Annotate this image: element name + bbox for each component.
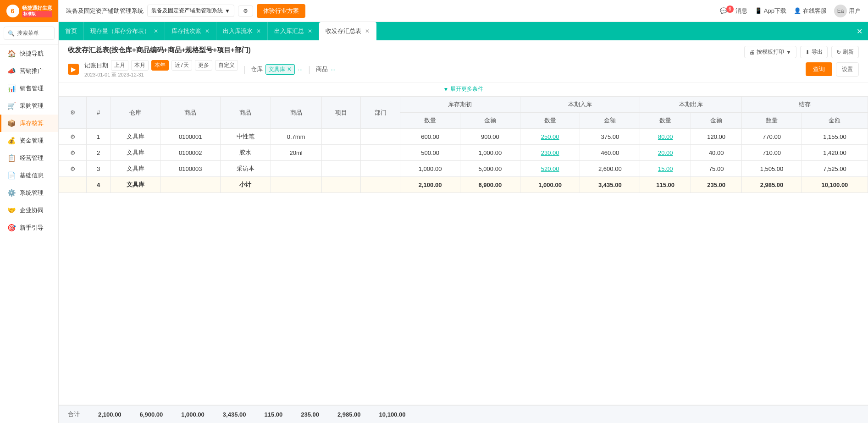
- row-out-qty-link[interactable]: 20.00: [658, 149, 673, 156]
- sidebar-item-newbie[interactable]: 🎯 新手引导: [0, 219, 58, 236]
- row-project: [321, 161, 361, 177]
- row-balance-amt: 10,100.00: [802, 177, 868, 193]
- tab-batch-ledger[interactable]: 库存批次账 ✕: [165, 22, 216, 40]
- system-selector[interactable]: 装备及固定资产辅助管理系统 ▼: [147, 5, 234, 17]
- row-out-qty[interactable]: 80.00: [640, 129, 691, 145]
- date-btn-last-month[interactable]: 上月: [111, 60, 128, 71]
- expand-more-bar: ▼ 展开更多条件: [59, 82, 868, 96]
- tab-close-batch-ledger[interactable]: ✕: [205, 28, 210, 34]
- date-btn-custom[interactable]: 自定义: [215, 60, 238, 71]
- sidebar-item-enterprise[interactable]: 🤝 企业协同: [0, 202, 58, 219]
- row-num: 2: [87, 145, 111, 161]
- row-warehouse: 文具库: [110, 129, 160, 145]
- filter-toggle-btn[interactable]: ▶: [68, 64, 79, 75]
- row-in-qty[interactable]: 250.00: [520, 129, 580, 145]
- sidebar-item-basic-info[interactable]: 📄 基础信息: [0, 167, 58, 184]
- table-settings-btn[interactable]: 设置: [836, 62, 859, 77]
- user-area[interactable]: Ea 用户: [834, 5, 861, 17]
- sidebar-item-sales[interactable]: 📊 销售管理: [0, 80, 58, 97]
- notification-area[interactable]: 💬 6 消息: [720, 7, 747, 15]
- row-project: [321, 129, 361, 145]
- date-btn-more[interactable]: 更多: [195, 60, 212, 71]
- tab-close-in-out-summary[interactable]: ✕: [308, 28, 312, 34]
- data-table-container: ⚙ # 仓库 商品 商品 商品 项目 部门 库存期初 本期入库 本期出库 结存: [59, 96, 868, 405]
- row-warehouse: 文具库: [110, 145, 160, 161]
- tab-home[interactable]: 首页: [59, 22, 84, 40]
- tab-recv-send-summary[interactable]: 收发存汇总表 ✕: [319, 22, 376, 40]
- row-in-qty-link[interactable]: 230.00: [541, 149, 559, 156]
- row-out-qty[interactable]: 20.00: [640, 145, 691, 161]
- table-row: ⚙2文具库0100002胶水20ml500.001,000.00230.0046…: [59, 145, 868, 161]
- row-gear-cell[interactable]: ⚙: [59, 129, 87, 145]
- tab-close-inventory-dist[interactable]: ✕: [154, 28, 158, 34]
- tab-close-in-out-flow[interactable]: ✕: [256, 28, 261, 34]
- try-industry-btn[interactable]: 体验行业方案: [257, 4, 305, 18]
- sidebar-item-purchase[interactable]: 🛒 采购管理: [0, 97, 58, 115]
- sidebar-item-marketing[interactable]: 📣 营销推广: [0, 62, 58, 80]
- user-avatar: Ea: [834, 5, 847, 17]
- row-in-qty[interactable]: 520.00: [520, 161, 580, 177]
- warehouse-tag: 文具库 ✕: [265, 64, 295, 75]
- search-menu-button[interactable]: 🔍 搜索菜单: [4, 27, 55, 40]
- print-btn[interactable]: 🖨 按模板打印 ▼: [744, 46, 796, 58]
- operations-icon: 📋: [7, 154, 16, 162]
- page-right-actions: 🖨 按模板打印 ▼ ⬇ 导出 ↻ 刷新: [744, 46, 859, 58]
- row-in-qty-link[interactable]: 250.00: [541, 133, 559, 140]
- row-opening-amt: 5,000.00: [460, 161, 520, 177]
- page-title: 收发存汇总表(按仓库+商品编码+商品+规格型号+项目+部门): [68, 46, 251, 55]
- home-icon: 🏠: [7, 49, 16, 58]
- sidebar-item-finance[interactable]: 💰 资金管理: [0, 132, 58, 149]
- gear-icon: ⚙: [70, 165, 76, 172]
- sidebar-item-quick-nav[interactable]: 🏠 快捷导航: [0, 45, 58, 62]
- search-icon: 🔍: [8, 30, 15, 37]
- row-goods-code: 0100002: [160, 145, 221, 161]
- col-project-header: 项目: [321, 97, 361, 129]
- row-out-amt: 40.00: [691, 145, 742, 161]
- refresh-btn[interactable]: ↻ 刷新: [831, 46, 859, 58]
- page-header: 收发存汇总表(按仓库+商品编码+商品+规格型号+项目+部门) 🖨 按模板打印 ▼…: [59, 40, 868, 82]
- tab-close-recv-send-summary[interactable]: ✕: [365, 28, 370, 34]
- row-goods-code: [160, 177, 221, 193]
- date-btn-7days[interactable]: 近7天: [171, 60, 192, 71]
- row-in-qty[interactable]: 230.00: [520, 145, 580, 161]
- row-out-qty-link[interactable]: 80.00: [658, 133, 673, 140]
- settings-gear-btn[interactable]: ⚙: [238, 5, 253, 16]
- date-buttons: 记账日期 上月 本月 本年 近7天 更多 自定义: [84, 60, 238, 71]
- online-support-btn[interactable]: 👤 在线客服: [794, 7, 827, 15]
- row-out-qty-link[interactable]: 15.00: [658, 165, 673, 172]
- date-btn-this-year[interactable]: 本年: [151, 60, 169, 71]
- col-balance-qty-header: 数量: [742, 113, 802, 129]
- goods-more-btn[interactable]: ···: [331, 66, 336, 73]
- row-opening-qty: 600.00: [400, 129, 460, 145]
- row-in-qty-link[interactable]: 520.00: [541, 165, 559, 172]
- warehouse-tag-close[interactable]: ✕: [287, 66, 292, 72]
- tab-inventory-dist[interactable]: 现存量（库存分布表） ✕: [84, 22, 165, 40]
- table-row: ⚙3文具库0100003采访本1,000.005,000.00520.002,6…: [59, 161, 868, 177]
- query-btn[interactable]: 查询: [806, 62, 832, 76]
- expand-more-btn[interactable]: ▼ 展开更多条件: [443, 85, 484, 93]
- row-gear-cell[interactable]: ⚙: [59, 145, 87, 161]
- sidebar-item-operations[interactable]: 📋 经营管理: [0, 149, 58, 167]
- tab-bar-close-btn[interactable]: ✕: [851, 27, 868, 36]
- sidebar-item-system[interactable]: ⚙️ 系统管理: [0, 184, 58, 202]
- tab-in-out-summary[interactable]: 出入库汇总 ✕: [268, 22, 319, 40]
- row-balance-amt: 7,525.00: [802, 161, 868, 177]
- app-download-btn[interactable]: 📱 App下载: [755, 7, 786, 15]
- row-gear-cell[interactable]: ⚙: [59, 161, 87, 177]
- warehouse-more-btn[interactable]: ···: [298, 66, 303, 73]
- export-btn[interactable]: ⬇ 导出: [800, 46, 828, 58]
- row-balance-amt: 1,420.00: [802, 145, 868, 161]
- row-goods-name: 小计: [221, 177, 271, 193]
- col-settings-header: ⚙: [59, 97, 87, 129]
- header-top-row: 收发存汇总表(按仓库+商品编码+商品+规格型号+项目+部门) 🖨 按模板打印 ▼…: [68, 46, 859, 60]
- row-opening-amt: 900.00: [460, 129, 520, 145]
- col-balance-amt-header: 金额: [802, 113, 868, 129]
- date-btn-this-month[interactable]: 本月: [131, 60, 149, 71]
- col-goods-spec-header: 商品: [271, 97, 321, 129]
- sidebar-item-inventory[interactable]: 📦 库存核算: [0, 115, 58, 132]
- row-out-qty[interactable]: 15.00: [640, 161, 691, 177]
- chevron-down-icon: ▼: [786, 49, 791, 55]
- tab-in-out-flow[interactable]: 出入库流水 ✕: [216, 22, 268, 40]
- filter-bar: ▶ 记账日期 上月 本月 本年 近7天 更多 自定义 2023-01-01 至 …: [68, 60, 859, 78]
- total-in-qty: 1,000.00: [181, 411, 205, 418]
